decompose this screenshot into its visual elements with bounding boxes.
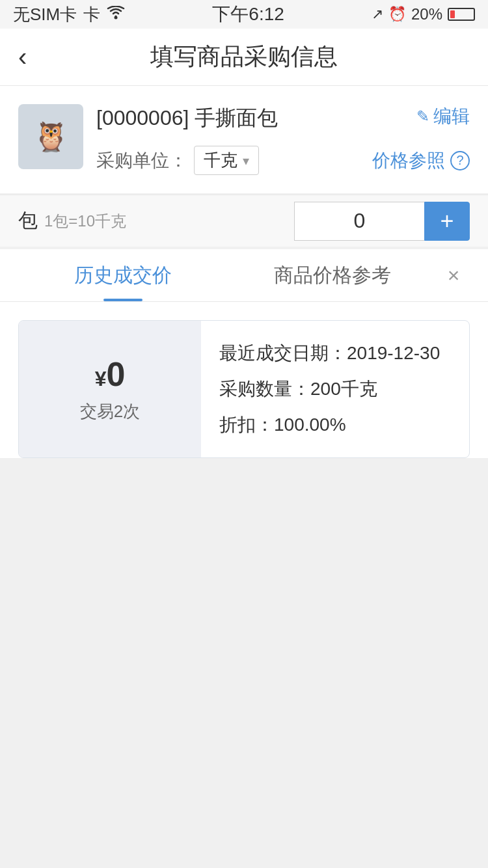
tab-price-reference[interactable]: 商品价格参考 <box>228 249 437 301</box>
main-content-area <box>0 476 488 867</box>
edit-icon: ✎ <box>416 107 429 126</box>
tab-history-label: 历史成交价 <box>74 262 172 289</box>
trade-count: 交易2次 <box>80 400 140 423</box>
quantity-plus-button[interactable]: + <box>424 202 470 241</box>
status-carrier: 无SIM卡 卡 <box>13 3 125 26</box>
quantity-label-group: 包 1包=10千克 <box>18 208 126 234</box>
dropdown-arrow-icon: ▾ <box>243 153 249 169</box>
wifi-icon <box>107 5 125 25</box>
tabs-header: 历史成交价 商品价格参考 × <box>0 249 488 302</box>
svg-point-0 <box>115 16 118 19</box>
product-info: [0000006] 手撕面包 ✎ 编辑 采购单位： 千克 ▾ 价格参照 ? <box>96 104 470 175</box>
currency-symbol: ¥ <box>95 367 107 390</box>
tab-price-ref-label: 商品价格参考 <box>274 262 391 289</box>
purchase-quantity-value: 200千克 <box>310 379 377 399</box>
product-title: 手撕面包 <box>195 106 278 129</box>
battery-icon <box>448 8 475 21</box>
unit-ratio: 1包=10千克 <box>44 211 126 232</box>
purchase-quantity-row: 采购数量：200千克 <box>219 376 451 401</box>
product-image-icon: 🦉 <box>33 120 69 154</box>
recent-date-value: 2019-12-30 <box>347 343 440 363</box>
history-card: ¥0 交易2次 最近成交日期：2019-12-30 采购数量：200千克 折扣：… <box>18 320 470 458</box>
history-details-panel: 最近成交日期：2019-12-30 采购数量：200千克 折扣：100.00% <box>201 321 469 457</box>
edit-label: 编辑 <box>433 104 470 129</box>
recent-date-row: 最近成交日期：2019-12-30 <box>219 340 451 366</box>
quantity-row: 包 1包=10千克 0 + <box>0 195 488 247</box>
tab-active-indicator <box>103 299 142 301</box>
quantity-value: 0 <box>354 209 366 233</box>
tab-history-price[interactable]: 历史成交价 <box>18 249 228 301</box>
quantity-input[interactable]: 0 <box>294 202 424 241</box>
price-value: 0 <box>106 355 125 393</box>
status-time: 下午6:12 <box>212 2 284 27</box>
purchase-unit-group: 采购单位： 千克 ▾ <box>96 146 259 175</box>
product-thumbnail: 🦉 <box>18 104 83 169</box>
history-price-panel: ¥0 交易2次 <box>19 321 201 457</box>
sim-card-text: 卡 <box>83 3 100 26</box>
price-amount: ¥0 <box>95 355 126 394</box>
unit-select[interactable]: 千克 ▾ <box>194 146 259 175</box>
back-button[interactable]: ‹ <box>18 42 27 72</box>
purchase-unit-label: 采购单位： <box>96 148 187 173</box>
status-bar: 无SIM卡 卡 下午6:12 ↗ ⏰ 20% <box>0 0 488 29</box>
price-ref-label: 价格参照 <box>372 148 445 173</box>
purchase-unit-row: 采购单位： 千克 ▾ 价格参照 ? <box>96 146 470 175</box>
discount-label: 折扣： <box>219 414 274 435</box>
unit-badge: 包 <box>18 208 38 234</box>
product-name: [0000006] 手撕面包 <box>96 104 278 133</box>
tabs-close-button[interactable]: × <box>437 259 470 292</box>
discount-row: 折扣：100.00% <box>219 412 451 437</box>
quantity-control: 0 + <box>294 202 470 241</box>
unit-value: 千克 <box>204 149 237 172</box>
price-ref-help-icon: ? <box>450 151 470 170</box>
nav-bar: ‹ 填写商品采购信息 <box>0 29 488 86</box>
discount-value: 100.00% <box>274 414 346 435</box>
status-indicators: ↗ ⏰ 20% <box>372 5 475 23</box>
edit-button[interactable]: ✎ 编辑 <box>416 104 470 129</box>
price-ref-button[interactable]: 价格参照 ? <box>372 148 470 173</box>
product-id: [0000006] <box>96 106 189 129</box>
tabs-section: 历史成交价 商品价格参考 × ¥0 交易2次 最近成交日期：2019-12-30… <box>0 249 488 458</box>
carrier-text: 无SIM卡 <box>13 3 77 26</box>
page-title: 填写商品采购信息 <box>150 41 338 73</box>
purchase-quantity-label: 采购数量： <box>219 379 310 399</box>
product-card: 🦉 [0000006] 手撕面包 ✎ 编辑 采购单位： 千克 ▾ 价格参照 <box>0 86 488 193</box>
recent-date-label: 最近成交日期： <box>219 343 347 363</box>
location-icon: ↗ <box>372 6 383 23</box>
alarm-icon: ⏰ <box>388 6 406 23</box>
battery-percent: 20% <box>411 5 442 23</box>
product-header: [0000006] 手撕面包 ✎ 编辑 <box>96 104 470 133</box>
